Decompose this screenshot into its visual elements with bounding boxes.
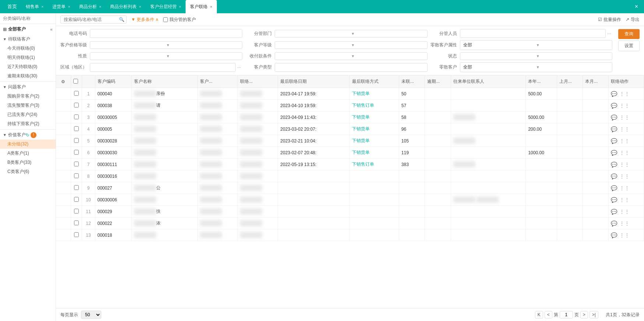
action-phone-icon[interactable]: 💬 [611, 150, 617, 156]
row-check-col[interactable] [71, 218, 82, 229]
sidebar-item-class-c[interactable]: C类客户(6) [0, 167, 56, 176]
th-settings[interactable]: ⚙ [56, 75, 71, 88]
phone-input[interactable] [90, 29, 242, 38]
action-phone-icon[interactable]: 💬 [611, 91, 617, 97]
close-sales-tab[interactable]: × [41, 4, 43, 9]
filter-search-icon[interactable]: 🔍 [119, 17, 124, 22]
payment-select[interactable]: ▼ [275, 52, 427, 60]
action-more-icon[interactable]: ⋮⋮ [619, 103, 630, 109]
th-contact[interactable]: 联络... [238, 75, 278, 88]
row-checkbox[interactable] [74, 114, 79, 119]
sidebar-item-class-b[interactable]: B类客户(33) [0, 158, 56, 167]
nav-tab-customer-contact[interactable]: 客户联络 × [186, 0, 217, 13]
manager-dots[interactable]: ··· [606, 31, 612, 36]
last-method-link[interactable]: 下销货单 [352, 114, 370, 120]
customer-level-select[interactable]: ▼ [275, 41, 427, 49]
th-overdue[interactable]: 逾期... [425, 75, 451, 88]
row-check-col[interactable] [71, 147, 82, 159]
row-checkbox[interactable] [74, 232, 79, 237]
nav-home[interactable]: 首页 [3, 3, 21, 10]
row-check-col[interactable] [71, 194, 82, 206]
sidebar-search-input[interactable] [3, 16, 56, 21]
action-more-icon[interactable]: ⋮⋮ [619, 126, 630, 132]
nav-tab-product-analysis[interactable]: 商品分析 × [75, 0, 106, 13]
sidebar-item-class-a[interactable]: A类客户(1) [0, 149, 56, 158]
filter-search-box[interactable]: 🔍 [60, 15, 127, 24]
th-last-contact-date[interactable]: 最后联络日期 [278, 75, 349, 88]
th-this-month[interactable]: 本月... [583, 75, 608, 88]
action-more-icon[interactable]: ⋮⋮ [619, 197, 630, 203]
action-phone-icon[interactable]: 💬 [611, 185, 617, 191]
row-check-col[interactable] [71, 123, 82, 135]
retail-attr-select[interactable]: 全部 ▼ [460, 40, 612, 50]
status-select[interactable]: ▼ [460, 52, 612, 60]
action-phone-icon[interactable]: 💬 [611, 232, 617, 238]
row-check-col[interactable] [71, 88, 82, 100]
prev-page-btn[interactable]: < [545, 311, 552, 318]
sidebar-item-churned[interactable]: 已流失客户(24) [0, 110, 56, 119]
th-action[interactable]: 联络动作 [609, 75, 644, 88]
reset-button[interactable]: 设置 [618, 40, 640, 51]
action-phone-icon[interactable]: 💬 [611, 221, 617, 226]
last-method-link[interactable]: 下销货单 [352, 138, 370, 143]
th-this-year[interactable]: 本年... [526, 75, 557, 88]
th-customer-type[interactable]: 客户... [198, 75, 238, 88]
page-size-select[interactable]: 50 100 200 [81, 311, 101, 319]
row-check-col[interactable] [71, 135, 82, 147]
row-checkbox[interactable] [74, 150, 79, 155]
action-phone-icon[interactable]: 💬 [611, 162, 617, 167]
nature-select[interactable]: ▼ [90, 52, 242, 60]
last-method-link[interactable]: 下销售订单 [352, 103, 374, 108]
dept-select[interactable]: ▼ [275, 30, 427, 38]
row-checkbox[interactable] [74, 162, 79, 166]
th-last-month[interactable]: 上月... [557, 75, 583, 88]
sidebar-group-pending[interactable]: ▼ 待联络客户 [0, 35, 56, 44]
my-customers-checkbox[interactable] [163, 17, 168, 22]
nav-tab-product-list[interactable]: 商品分析列表 × [106, 0, 145, 13]
region-input[interactable] [90, 63, 236, 72]
action-phone-icon[interactable]: 💬 [611, 138, 617, 144]
export-btn[interactable]: ↗ 导出 [626, 17, 640, 23]
row-checkbox[interactable] [74, 185, 79, 190]
last-method-link[interactable]: 下销货单 [352, 126, 370, 131]
sidebar-group-problem[interactable]: ▼ 问题客户 [0, 82, 56, 92]
action-phone-icon[interactable]: 💬 [611, 103, 617, 109]
action-phone-icon[interactable]: 💬 [611, 197, 617, 203]
action-phone-icon[interactable]: 💬 [611, 173, 617, 179]
action-more-icon[interactable]: ⋮⋮ [619, 150, 630, 156]
nav-tab-purchase[interactable]: 进货单 × [48, 0, 74, 13]
action-more-icon[interactable]: ⋮⋮ [619, 138, 630, 144]
close-product-analysis-tab[interactable]: × [99, 4, 101, 9]
sidebar-item-churn-warn[interactable]: 流失预警客户(3) [0, 101, 56, 110]
refresh-icon[interactable]: ↻ [26, 133, 29, 138]
row-check-col[interactable] [71, 159, 82, 170]
row-check-col[interactable] [71, 229, 82, 241]
customer-type-input[interactable] [275, 63, 427, 72]
row-checkbox[interactable] [74, 103, 79, 107]
th-related-contacts[interactable]: 往来单位联系人 [451, 75, 526, 88]
region-dots[interactable]: ··· [236, 65, 242, 70]
first-page-btn[interactable]: K [535, 311, 543, 318]
sidebar-item-7days[interactable]: 近7天待联络(0) [0, 62, 56, 71]
th-check[interactable] [71, 75, 82, 88]
row-checkbox[interactable] [74, 197, 79, 202]
select-all-checkbox[interactable] [73, 79, 78, 84]
last-method-link[interactable]: 下销售订单 [352, 162, 374, 167]
close-purchase-tab[interactable]: × [68, 4, 70, 9]
sidebar-item-overdue[interactable]: 逾期未联络(30) [0, 71, 56, 81]
row-checkbox[interactable] [74, 173, 79, 178]
retail-customer-select[interactable]: 全部 ▼ [460, 62, 612, 72]
row-check-col[interactable] [71, 112, 82, 123]
sidebar-item-ungrouped[interactable]: 未分组(32) [0, 140, 56, 149]
sidebar-item-abnormal[interactable]: 囤购异常客户(2) [0, 92, 56, 101]
last-method-link[interactable]: 下销货单 [352, 150, 370, 155]
filter-search-input[interactable] [64, 17, 119, 22]
last-page-btn[interactable]: >| [590, 311, 598, 318]
row-check-col[interactable] [71, 170, 82, 182]
nav-tab-sales[interactable]: 销售单 × [21, 0, 48, 13]
action-phone-icon[interactable]: 💬 [611, 126, 617, 132]
row-checkbox[interactable] [74, 91, 79, 96]
next-page-btn[interactable]: > [580, 311, 588, 318]
th-last-contact-method[interactable]: 最后联络方式 [349, 75, 399, 88]
th-no-contact[interactable]: 未联... [399, 75, 425, 88]
